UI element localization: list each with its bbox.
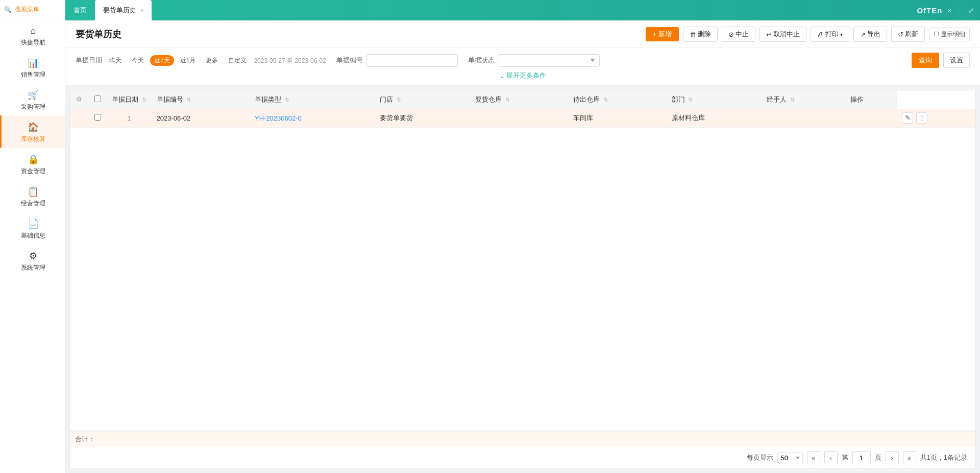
table-row: 1 2023-06-02 YH-20230602-0 要货单要货 车间库 原材料… — [70, 109, 975, 127]
row-checkbox[interactable] — [88, 109, 107, 127]
col-date: 单据日期 ⇅ — [107, 90, 152, 109]
sidebar-item-operation[interactable]: 📋经营管理 — [0, 180, 65, 212]
row-edit-btn[interactable]: ✎ — [902, 112, 913, 124]
top-bar-right: OfTEn × — ⤢ — [915, 6, 980, 15]
date-buttons: 昨天今天近7天近1月更多自定义 — [105, 55, 251, 66]
sidebar-item-system[interactable]: ⚙系统管理 — [0, 244, 65, 276]
tab-home[interactable]: 首页 — [65, 0, 95, 20]
refresh-icon: ↺ — [898, 31, 903, 38]
sort-req-wh-icon[interactable]: ⇅ — [505, 97, 510, 103]
delete-button[interactable]: 🗑 删除 — [683, 27, 718, 42]
sidebar-search-label: 搜索菜单 — [15, 5, 39, 14]
sidebar-search[interactable]: 🔍 搜索菜单 — [0, 0, 65, 19]
row-dept — [762, 109, 845, 127]
per-page-select[interactable]: 102050100 — [777, 453, 803, 463]
content: 要货单历史 + 新增 🗑 删除 ⊘ 中止 ↩ 取消中止 — [65, 20, 980, 473]
sidebar-item-inventory[interactable]: 🏠库存核算 — [0, 115, 65, 148]
tab-active[interactable]: 要货单历史 × — [95, 0, 152, 20]
date-btn-近7天[interactable]: 近7天 — [150, 55, 174, 66]
operation-icon: 📋 — [28, 186, 39, 197]
status-select[interactable] — [498, 54, 600, 67]
sidebar-item-finance[interactable]: 🔒资金管理 — [0, 148, 65, 180]
date-btn-自定义[interactable]: 自定义 — [224, 55, 251, 66]
sort-store-icon[interactable]: ⇅ — [397, 97, 401, 103]
refresh-button[interactable]: ↺ 刷新 — [891, 27, 925, 42]
date-btn-更多[interactable]: 更多 — [202, 55, 222, 66]
stop-button[interactable]: ⊘ 中止 — [722, 27, 755, 42]
last-page-btn[interactable]: » — [903, 451, 916, 464]
add-button[interactable]: + 新增 — [646, 27, 679, 41]
date-btn-近1月[interactable]: 近1月 — [176, 55, 200, 66]
system-icon: ⚙ — [29, 250, 37, 262]
next-page-btn[interactable]: › — [886, 451, 899, 464]
sales-icon: 📊 — [28, 57, 39, 68]
inventory-icon: 🏠 — [28, 122, 39, 133]
window-max-btn[interactable]: ⤢ — [968, 7, 974, 14]
sort-type-icon[interactable]: ⇅ — [285, 97, 289, 103]
row-store — [470, 109, 568, 127]
table-container: ⚙ 单据日期 ⇅ 单据编号 ⇅ 单据类型 ⇅ — [69, 90, 976, 431]
cancel-stop-button[interactable]: ↩ 取消中止 — [760, 27, 806, 42]
sort-dept-icon[interactable]: ⇅ — [688, 97, 693, 103]
sidebar-label-purchase: 采购管理 — [21, 103, 45, 111]
date-btn-今天[interactable]: 今天 — [128, 55, 148, 66]
table-header-row: ⚙ 单据日期 ⇅ 单据编号 ⇅ 单据类型 ⇅ — [70, 90, 975, 109]
row-handler — [845, 109, 897, 127]
stop-icon: ⊘ — [728, 31, 734, 38]
settings-button[interactable]: 设置 — [943, 53, 970, 68]
sort-pending-wh-icon[interactable]: ⇅ — [603, 97, 608, 103]
date-btn-昨天[interactable]: 昨天 — [105, 55, 126, 66]
checkbox-icon: ☐ — [934, 31, 939, 38]
export-button[interactable]: ↗ 导出 — [853, 27, 887, 42]
sidebar-label-basic: 基础信息 — [21, 231, 45, 240]
column-settings-icon[interactable]: ⚙ — [70, 90, 88, 109]
print-button[interactable]: 🖨 打印 ▾ — [811, 27, 849, 42]
sidebar-item-basic[interactable]: 📄基础信息 — [0, 212, 65, 244]
page-input[interactable] — [852, 451, 871, 464]
sort-no-icon[interactable]: ⇅ — [186, 97, 191, 103]
main-area: 首页 要货单历史 × OfTEn × — ⤢ 要货单历史 + 新增 🗑 删除 — [65, 0, 980, 473]
sidebar-label-system: 系统管理 — [21, 264, 45, 272]
col-pending-warehouse: 待出仓库 ⇅ — [568, 90, 666, 109]
sort-date-icon[interactable]: ⇅ — [142, 97, 146, 103]
sidebar-label-finance: 资金管理 — [21, 167, 45, 176]
page-title: 要货单历史 — [76, 28, 121, 40]
shortcut-icon: ⌂ — [31, 26, 36, 36]
sidebar-item-purchase[interactable]: 🛒采购管理 — [0, 83, 65, 115]
sidebar-item-sales[interactable]: 📊销售管理 — [0, 51, 65, 83]
col-store: 门店 ⇅ — [375, 90, 470, 109]
page-header: 要货单历史 + 新增 🗑 删除 ⊘ 中止 ↩ 取消中止 — [65, 20, 980, 48]
status-filter-group: 单据状态 — [468, 54, 600, 67]
expand-more-btn[interactable]: ⌄ 展开更多条件 — [76, 71, 970, 80]
order-no-input[interactable] — [366, 54, 458, 67]
row-settings — [70, 109, 88, 127]
row-more-btn[interactable]: ⋮ — [916, 112, 927, 124]
prev-page-btn[interactable]: ‹ — [824, 451, 838, 464]
tab-close-icon[interactable]: × — [140, 7, 143, 13]
filter-actions: 查询 设置 — [912, 53, 970, 68]
row-req-warehouse: 车间库 — [568, 109, 666, 127]
sidebar: 🔍 搜索菜单 ⌂快捷导航📊销售管理🛒采购管理🏠库存核算🔒资金管理📋经营管理📄基础… — [0, 0, 65, 473]
date-filter-group: 单据日期 昨天今天近7天近1月更多自定义 2023-05-27 至 2023-0… — [76, 55, 326, 66]
print-arrow-icon: ▾ — [840, 32, 843, 37]
filter-row: 单据日期 昨天今天近7天近1月更多自定义 2023-05-27 至 2023-0… — [76, 53, 970, 68]
query-button[interactable]: 查询 — [912, 53, 939, 68]
row-no[interactable]: YH-20230602-0 — [250, 109, 375, 127]
first-page-btn[interactable]: « — [807, 451, 820, 464]
display-detail-button[interactable]: ☐ 显示明细 — [929, 28, 970, 41]
finance-icon: 🔒 — [28, 154, 39, 165]
page-title-row: 要货单历史 + 新增 🗑 删除 ⊘ 中止 ↩ 取消中止 — [76, 27, 970, 42]
toolbar: + 新增 🗑 删除 ⊘ 中止 ↩ 取消中止 🖨 打 — [646, 27, 970, 42]
select-all-checkbox[interactable] — [88, 90, 107, 109]
purchase-icon: 🛒 — [28, 89, 39, 101]
sort-handler-icon[interactable]: ⇅ — [790, 97, 795, 103]
sidebar-item-shortcut[interactable]: ⌂快捷导航 — [0, 19, 65, 51]
status-label: 单据状态 — [468, 56, 495, 65]
window-min-btn[interactable]: — — [957, 7, 963, 14]
col-action: 操作 — [845, 90, 897, 109]
pagination-bar: 每页显示 102050100 « ‹ 第 页 › » 共1页，1条记录 — [69, 447, 976, 469]
window-close-btn[interactable]: × — [947, 7, 951, 14]
search-icon: 🔍 — [4, 6, 12, 13]
page-suffix: 页 — [875, 453, 881, 462]
table-footer: 合计： — [69, 431, 976, 447]
